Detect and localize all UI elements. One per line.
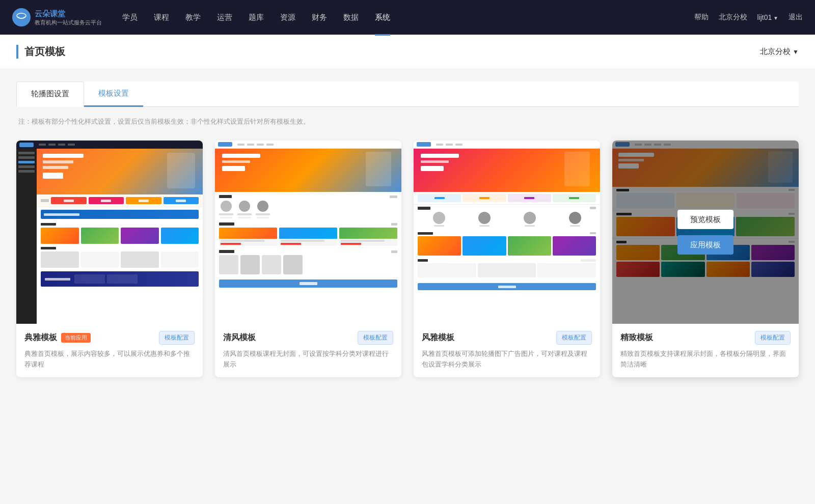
nav-right-area: 帮助 北京分校 lijt01 退出	[694, 13, 803, 22]
config-button-4[interactable]: 模板配置	[755, 331, 791, 345]
nav-data[interactable]: 数据	[343, 11, 359, 24]
template-footer-1: 典雅模板 当前应用 模板配置 典雅首页模板，展示内容较多，可以展示优惠券和多个推…	[16, 324, 203, 377]
top-navigation: 云朵课堂 教育机构一站式服务云平台 学员 课程 教学 运营 题库 资源 财务 数…	[0, 0, 815, 35]
template-card-4: 预览模板 应用模板 精致模板 模板配置 精致首页模板支持课程展示封面，各模板分隔…	[612, 141, 799, 377]
template-name-1: 典雅模板	[24, 332, 57, 343]
nav-school[interactable]: 北京分校	[719, 13, 747, 22]
chevron-down-icon: ▼	[793, 48, 799, 55]
logo-text: 云朵课堂 教育机构一站式服务云平台	[35, 9, 102, 26]
config-button-3[interactable]: 模板配置	[556, 331, 592, 345]
template-preview-1	[16, 141, 203, 324]
template-footer-3: 风雅模板 模板配置 风雅首页模板可添加轮播图下广告图片，可对课程及课程包设置学科…	[414, 324, 600, 377]
template-preview-3	[414, 141, 600, 324]
content-area: 轮播图设置 模板设置 注：模板有部分个性化样式设置，设置后仅当前模板生效；非个性…	[0, 69, 815, 389]
school-selector[interactable]: 北京分校 ▼	[760, 47, 799, 57]
template-preview-2	[215, 141, 401, 324]
template-footer-2: 清风模板 模板配置 清风首页模板课程无封面，可设置按学科分类对课程进行展示	[215, 324, 401, 377]
logo[interactable]: 云朵课堂 教育机构一站式服务云平台	[12, 8, 102, 26]
template-desc-1: 典雅首页模板，展示内容较多，可以展示优惠券和多个推荐课程	[24, 349, 195, 370]
nav-teaching[interactable]: 教学	[185, 11, 201, 24]
template-desc-3: 风雅首页模板可添加轮播图下广告图片，可对课程及课程包设置学科分类展示	[422, 349, 592, 370]
nav-resources[interactable]: 资源	[280, 11, 295, 24]
template-preview-4: 预览模板 应用模板	[612, 141, 799, 324]
template-name-4: 精致模板	[620, 332, 653, 343]
tab-bar: 轮播图设置 模板设置	[16, 81, 799, 107]
template-card-3: 风雅模板 模板配置 风雅首页模板可添加轮播图下广告图片，可对课程及课程包设置学科…	[414, 141, 600, 377]
tab-template[interactable]: 模板设置	[84, 81, 143, 107]
preview-template-button-4[interactable]: 预览模板	[677, 210, 734, 229]
apply-template-button-4[interactable]: 应用模板	[677, 235, 734, 255]
template-overlay-4: 预览模板 应用模板	[612, 141, 799, 324]
nav-help[interactable]: 帮助	[694, 13, 709, 22]
current-badge-1: 当前应用	[61, 333, 91, 343]
page-title: 首页模板	[16, 45, 65, 59]
nav-operations[interactable]: 运营	[217, 11, 232, 24]
nav-logout[interactable]: 退出	[789, 13, 803, 22]
template-card-1: 典雅模板 当前应用 模板配置 典雅首页模板，展示内容较多，可以展示优惠券和多个推…	[16, 141, 203, 377]
nav-students[interactable]: 学员	[122, 11, 138, 24]
template-card-2: 清风模板 模板配置 清风首页模板课程无封面，可设置按学科分类对课程进行展示	[215, 141, 401, 377]
logo-icon	[12, 8, 31, 26]
config-button-1[interactable]: 模板配置	[159, 331, 195, 345]
nav-courses[interactable]: 课程	[154, 11, 169, 24]
template-name-3: 风雅模板	[422, 332, 454, 343]
main-nav: 学员 课程 教学 运营 题库 资源 财务 数据 系统	[122, 11, 694, 24]
template-footer-4: 精致模板 模板配置 精致首页模板支持课程展示封面，各模板分隔明显，界面简洁清晰	[612, 324, 799, 377]
tab-carousel[interactable]: 轮播图设置	[16, 81, 84, 107]
template-grid: 典雅模板 当前应用 模板配置 典雅首页模板，展示内容较多，可以展示优惠券和多个推…	[16, 141, 799, 377]
note-text: 注：模板有部分个性化样式设置，设置后仅当前模板生效；非个性化样式设置后针对所有模…	[16, 117, 799, 126]
template-desc-4: 精致首页模板支持课程展示封面，各模板分隔明显，界面简洁清晰	[620, 349, 791, 370]
nav-finance[interactable]: 财务	[312, 11, 327, 24]
config-button-2[interactable]: 模板配置	[358, 331, 393, 345]
page-header: 首页模板 北京分校 ▼	[0, 35, 815, 69]
template-desc-2: 清风首页模板课程无封面，可设置按学科分类对课程进行展示	[223, 349, 393, 370]
template-name-2: 清风模板	[223, 332, 256, 343]
nav-questions[interactable]: 题库	[249, 11, 264, 24]
nav-system[interactable]: 系统	[375, 11, 390, 24]
nav-user[interactable]: lijt01	[757, 13, 778, 21]
